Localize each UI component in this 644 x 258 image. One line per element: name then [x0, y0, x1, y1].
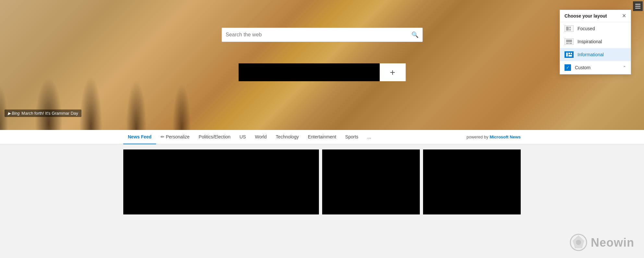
- svg-rect-11: [568, 55, 572, 57]
- hero-section: 🔍 + ▶ Bing March forth! It's Grammar Day: [0, 0, 644, 130]
- tab-news-feed[interactable]: News Feed: [123, 130, 156, 144]
- svg-rect-3: [569, 27, 571, 28]
- informational-label: Informational: [577, 52, 604, 57]
- microsoft-news-brand: Microsoft News: [490, 135, 521, 139]
- bing-logo: ▶ Bing: [8, 111, 19, 116]
- svg-rect-7: [569, 43, 572, 44]
- svg-rect-9: [568, 53, 570, 54]
- svg-rect-8: [566, 53, 568, 57]
- layout-option-informational[interactable]: Informational: [560, 48, 631, 61]
- news-card-medium-2[interactable]: [423, 149, 521, 214]
- news-section: News Feed ✏ Personalize Politics/Electio…: [0, 130, 644, 258]
- bing-attribution: ▶ Bing March forth! It's Grammar Day: [5, 110, 81, 117]
- news-card-large[interactable]: [123, 149, 319, 214]
- focused-layout-icon: [565, 25, 574, 32]
- informational-layout-icon: [565, 51, 574, 58]
- panel-header: Choose your layout ✕: [560, 10, 631, 22]
- svg-rect-4: [569, 29, 571, 31]
- news-card-medium-1[interactable]: [322, 149, 420, 214]
- tab-entertainment[interactable]: Entertainment: [303, 130, 341, 144]
- svg-rect-10: [571, 53, 572, 54]
- custom-label: Custom: [575, 65, 590, 70]
- focused-label: Focused: [577, 26, 595, 31]
- bing-caption: March forth! It's Grammar Day: [21, 111, 78, 116]
- panel-title: Choose your layout: [565, 13, 607, 19]
- news-cards: [0, 144, 644, 220]
- search-icon[interactable]: 🔍: [411, 31, 419, 38]
- svg-rect-2: [566, 27, 569, 31]
- layout-option-inspirational[interactable]: Inspirational: [560, 35, 631, 48]
- tab-personalize[interactable]: ✏ Personalize: [156, 130, 194, 144]
- tab-world[interactable]: World: [250, 130, 271, 144]
- layout-option-custom[interactable]: ✓ Custom ⌃: [560, 61, 631, 74]
- custom-left: ✓ Custom: [565, 64, 590, 71]
- search-box: 🔍: [222, 28, 423, 42]
- svg-rect-5: [566, 40, 572, 42]
- search-input[interactable]: [226, 32, 411, 38]
- tab-technology[interactable]: Technology: [271, 130, 303, 144]
- tab-sports[interactable]: Sports: [341, 130, 363, 144]
- svg-rect-6: [566, 43, 569, 44]
- inspirational-layout-icon: [565, 38, 574, 45]
- layout-option-focused[interactable]: Focused: [560, 22, 631, 35]
- panel-close-button[interactable]: ✕: [622, 13, 626, 19]
- tab-politics[interactable]: Politics/Election: [194, 130, 235, 144]
- neowin-icon: [570, 234, 588, 252]
- redacted-content: [238, 63, 380, 81]
- neowin-text: Neowin: [591, 236, 634, 250]
- add-button[interactable]: +: [380, 63, 406, 81]
- search-container: 🔍: [222, 28, 423, 42]
- chevron-up-icon: ⌃: [623, 65, 626, 70]
- edit-icon: ✏: [161, 134, 164, 139]
- hamburger-button[interactable]: [633, 1, 643, 11]
- svg-point-1: [576, 240, 581, 245]
- redacted-bar: +: [238, 63, 406, 81]
- custom-checkmark-icon: ✓: [565, 64, 571, 71]
- inspirational-label: Inspirational: [577, 39, 602, 44]
- news-tabs: News Feed ✏ Personalize Politics/Electio…: [0, 130, 644, 144]
- tab-us[interactable]: US: [235, 130, 250, 144]
- layout-panel: Choose your layout ✕ Focused Inspiration…: [560, 10, 631, 74]
- neowin-logo: Neowin: [570, 234, 634, 252]
- tab-more[interactable]: ...: [363, 130, 376, 144]
- powered-by: powered by Microsoft News: [467, 135, 521, 139]
